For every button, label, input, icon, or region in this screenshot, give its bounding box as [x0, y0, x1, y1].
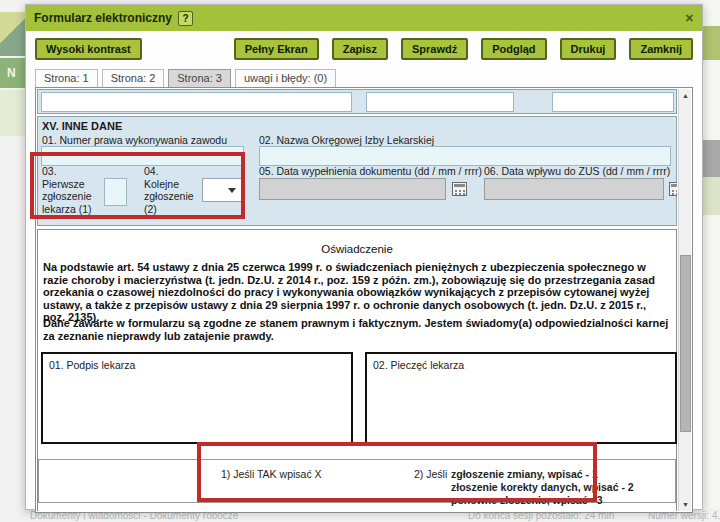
print-button[interactable]: Drukuj [560, 38, 617, 60]
stamp-box: 02. Pieczęć lekarza [365, 352, 677, 444]
tab-page-2[interactable]: Strona: 2 [102, 69, 165, 87]
zus-logo-fragment [0, 12, 26, 56]
signature-box: 01. Podpis lekarza [41, 352, 353, 444]
fullscreen-button[interactable]: Pełny Ekran [234, 38, 319, 60]
text-input[interactable] [366, 92, 514, 112]
background-pale-block [703, 177, 720, 215]
form-dialog: Formularz elektroniczny ? ✕ Wysoki kontr… [25, 4, 703, 510]
section-fragment-top [37, 89, 677, 114]
calendar-icon[interactable] [452, 182, 467, 196]
high-contrast-button[interactable]: Wysoki kontrast [35, 38, 142, 60]
background-page-right [703, 0, 720, 522]
signature-box-label: 01. Podpis lekarza [49, 359, 135, 371]
field05-input [259, 178, 446, 200]
scroll-up-icon[interactable] [679, 89, 692, 102]
background-page-left: N [0, 0, 26, 522]
calendar-icon[interactable] [669, 182, 677, 196]
statement-paragraph-2: Dane zawarte w formularzu są zgodne ze s… [43, 317, 669, 342]
field03-label: 03. Pierwsze zgłoszenie lekarza (1) [42, 165, 92, 215]
section-xv-inne-dane: XV. INNE DANE 01. Numer prawa wykonywani… [37, 116, 677, 226]
field06-input [484, 178, 664, 200]
section-oswiadczenie: Oświadczenie Na podstawie art. 54 ustawy… [37, 229, 677, 511]
background-nav-fragment: N [0, 58, 26, 88]
field01-input[interactable] [41, 146, 244, 166]
field02-label: 02. Nazwa Okręgowej Izby Lekarskiej [259, 134, 434, 146]
field04-label: 04. Kolejne zgłoszenie (2) [144, 165, 194, 215]
form-content-panel: XV. INNE DANE 01. Numer prawa wykonywani… [35, 87, 693, 513]
dialog-title: Formularz elektroniczny [34, 11, 172, 25]
vertical-scrollbar[interactable] [678, 89, 691, 511]
text-input[interactable] [552, 92, 674, 112]
close-button[interactable]: Zamknij [629, 38, 693, 60]
footnote-2-options: zgłoszenie zmiany, wpisać - 1 złoszenie … [451, 468, 634, 507]
field02-input[interactable] [259, 146, 671, 166]
background-gray-block [703, 140, 720, 177]
footnote-2-prefix: 2) Jeśli [414, 468, 447, 480]
tab-page-3[interactable]: Strona: 3 [168, 69, 231, 87]
footnote-1: 1) Jeśli TAK wpisać X [221, 468, 322, 480]
field03-input[interactable] [104, 178, 127, 206]
toolbar: Wysoki kontrast Pełny Ekran Zapisz Spraw… [35, 38, 693, 60]
scroll-down-icon[interactable] [679, 498, 692, 511]
text-input[interactable] [41, 92, 352, 112]
scrollbar-thumb[interactable] [680, 255, 691, 432]
page-tabs: Strona: 1 Strona: 2 Strona: 3 uwagi i bł… [35, 69, 693, 87]
statement-title: Oświadczenie [38, 243, 676, 255]
form-scroll-area: XV. INNE DANE 01. Numer prawa wykonywani… [37, 89, 677, 511]
preview-button[interactable]: Podgląd [481, 38, 546, 60]
tab-errors[interactable]: uwagi i błędy: (0) [235, 69, 336, 87]
close-icon[interactable]: ✕ [685, 12, 694, 25]
dialog-titlebar: Formularz elektroniczny ? ✕ [26, 5, 702, 31]
background-panel-fragment [0, 90, 26, 136]
field05-label: 05. Data wypełnienia dokumentu (dd / mm … [259, 165, 482, 177]
save-button[interactable]: Zapisz [332, 38, 388, 60]
stamp-box-label: 02. Pieczęć lekarza [373, 359, 464, 371]
background-green-bar [703, 26, 720, 60]
field06-label: 06. Data wpływu do ZUS (dd / mm / rrrr) [484, 165, 670, 177]
footnotes-box: 1) Jeśli TAK wpisać X 2) Jeśli zgłoszeni… [38, 459, 676, 503]
help-icon[interactable]: ? [178, 11, 193, 26]
statement-paragraph-1: Na podstawie art. 54 ustawy z dnia 25 cz… [43, 261, 669, 324]
field04-select[interactable] [202, 178, 242, 202]
section-title: XV. INNE DANE [42, 120, 122, 132]
field01-label: 01. Numer prawa wykonywania zawodu [42, 134, 227, 146]
tab-page-1[interactable]: Strona: 1 [35, 69, 98, 87]
check-button[interactable]: Sprawdź [401, 38, 468, 60]
